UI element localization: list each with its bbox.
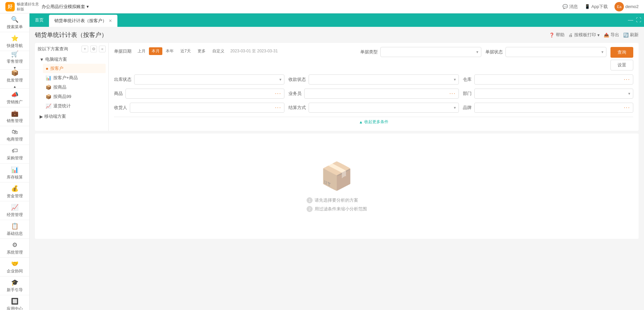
plan-add-btn[interactable]: + <box>82 46 88 52</box>
goods-dots-icon: ··· <box>275 91 281 97</box>
query-buttons: 查询 设置 <box>610 47 633 70</box>
page-title: 销货单统计计表（按客户） <box>35 31 107 39</box>
sidebar-item-sales-label: 销售管理 <box>7 118 23 124</box>
settlement-filter: 结算方式 ▾ <box>288 103 459 113</box>
warehouse-control[interactable]: ··· <box>474 74 633 85</box>
date-btn-custom[interactable]: 自定义 <box>209 47 228 55</box>
plan-item-by-goods-99[interactable]: 📦 按商品99 <box>43 92 106 101</box>
app-download-btn[interactable]: 📱 App下载 <box>585 4 608 10</box>
order-type-arrow-icon: ▾ <box>476 50 478 54</box>
sidebar-item-system[interactable]: ⚙ 系统管理 <box>0 239 29 258</box>
tab-sales-stats[interactable]: 销货单统计计表（按客户） ✕ <box>49 15 117 27</box>
mobile-section-arrow-icon: ▶ <box>40 114 43 119</box>
plan-settings-btn[interactable]: ⚙ <box>90 46 97 52</box>
tab-minimize-btn[interactable]: — <box>628 17 633 23</box>
collapse-bar[interactable]: ▲ 收起更多条件 <box>114 117 633 127</box>
plan-item-by-customer[interactable]: ● 按客户 <box>43 64 106 73</box>
sidebar-item-shortcut[interactable]: ⭐ 快捷导航 <box>0 32 29 51</box>
filter-row-4: 收货人 ··· 结算方式 ▾ <box>114 103 633 113</box>
export-btn[interactable]: 📤 导出 <box>604 32 619 38</box>
sidebar-item-wholesale[interactable]: 📦 批发管理 ▴ <box>0 70 29 89</box>
goods-control[interactable]: ··· <box>125 89 284 99</box>
order-status-control[interactable]: ▾ <box>505 47 606 57</box>
sidebar-item-newbie[interactable]: 🎓 新手引导 <box>0 276 29 295</box>
hint-num-2: 2 <box>307 206 313 212</box>
plan-collapse-btn[interactable]: « <box>99 46 106 52</box>
sidebar-item-search-label: 搜索菜单 <box>7 24 23 30</box>
out-status-control[interactable]: ▾ <box>134 74 284 85</box>
settlement-control[interactable]: ▾ <box>309 103 459 113</box>
plan-panel: 按以下方案查询 + ⚙ « ▼ 电脑端方案 <box>35 43 109 131</box>
operation-icon: 📈 <box>11 204 18 211</box>
tab-bar: 首页 销货单统计计表（按客户） ✕ — ⛶ <box>30 13 644 27</box>
top-title-dropdown[interactable]: 办公用品行业模拟账套 ▾ <box>42 4 89 10</box>
sidebar-item-inventory[interactable]: 📊 库存核算 <box>0 164 29 183</box>
date-btn-this-month[interactable]: 本月 <box>149 47 162 55</box>
query-btn[interactable]: 查询 <box>610 47 633 58</box>
date-filter-item: 单据日期 上月 本月 本年 近7天 更多 自定义 2023-03-01 至 20… <box>114 47 356 55</box>
order-type-control[interactable]: ▾ <box>380 47 481 57</box>
sidebar-item-operation[interactable]: 📈 经营管理 <box>0 201 29 220</box>
sidebar-item-wholesale-label: 批发管理 <box>7 78 23 83</box>
plan-item-by-goods[interactable]: 📦 按商品 <box>43 83 106 92</box>
plan-item-by-goods-label: 按商品 <box>53 84 66 90</box>
plan-section-desktop-label[interactable]: ▼ 电脑端方案 <box>38 55 106 64</box>
user-name: demo2 <box>625 4 639 9</box>
dept-control[interactable]: ▾ <box>474 89 633 99</box>
date-filter: 上月 本月 本年 近7天 更多 自定义 2023-03-01 至 2023-03… <box>134 47 278 55</box>
sidebar-item-retail[interactable]: 🛒 零售管理 ▾ <box>0 51 29 70</box>
message-label: 消息 <box>569 4 578 10</box>
tab-home-label: 首页 <box>35 17 44 23</box>
tab-home[interactable]: 首页 <box>30 13 49 27</box>
settings-btn[interactable]: 设置 <box>610 60 633 70</box>
brand-control[interactable]: ··· <box>474 103 633 113</box>
sidebar-item-shortcut-label: 快捷导航 <box>7 43 23 49</box>
salesperson-dots-icon: ··· <box>449 91 456 97</box>
user-area[interactable]: Ea demo2 <box>614 2 639 11</box>
avatar: Ea <box>614 2 624 11</box>
date-btn-more[interactable]: 更多 <box>194 47 209 55</box>
content-area: 首页 销货单统计计表（按客户） ✕ — ⛶ 销货单统计计表（按客户） ❓ 帮助 <box>30 13 644 310</box>
pay-status-control[interactable]: ▾ <box>309 74 459 85</box>
order-type-label: 单据类型 <box>360 49 378 55</box>
sidebar-item-apps[interactable]: 🔲 应用中心 <box>0 295 29 310</box>
sidebar-item-basic[interactable]: 📋 基础信息 <box>0 220 29 239</box>
plan-section-mobile-text: 移动端方案 <box>44 113 66 119</box>
sidebar-item-ecommerce[interactable]: 🛍 电商管理 <box>0 126 29 145</box>
main-layout: 🔍 搜索菜单 ⭐ 快捷导航 🛒 零售管理 ▾ 📦 批发管理 ▴ 📣 营销推广 💼… <box>0 13 644 310</box>
date-btn-this-year[interactable]: 本年 <box>162 47 177 55</box>
sidebar-item-finance[interactable]: 💰 资金管理 <box>0 183 29 201</box>
tab-bar-actions: — ⛶ <box>628 17 644 23</box>
help-btn[interactable]: ❓ 帮助 <box>549 32 565 38</box>
sidebar-item-search[interactable]: 🔍 搜索菜单 <box>0 13 29 32</box>
sidebar-item-purchase[interactable]: 🏷 采购管理 <box>0 145 29 164</box>
sidebar-item-purchase-label: 采购管理 <box>7 155 23 161</box>
filter-row-3: 商品 ··· 业务员 ··· <box>114 89 633 99</box>
brand-dots-icon: ··· <box>624 105 630 111</box>
order-type-filter: 单据类型 ▾ <box>360 47 481 57</box>
plan-section-mobile-label[interactable]: ▶ 移动端方案 <box>38 112 106 121</box>
date-btn-last-month[interactable]: 上月 <box>134 47 149 55</box>
plan-tree-children-desktop: ● 按客户 📊 按客户+商品 📦 按商品 <box>38 64 106 111</box>
settlement-label: 结算方式 <box>288 105 306 111</box>
plan-item-by-customer-goods[interactable]: 📊 按客户+商品 <box>43 73 106 83</box>
logo-area: 好 畅捷通好生意 标版 <box>5 2 39 11</box>
tab-maximize-btn[interactable]: ⛶ <box>636 17 641 23</box>
goods-label: 商品 <box>114 91 123 97</box>
sidebar-item-finance-label: 资金管理 <box>7 193 23 199</box>
tab-close-icon[interactable]: ✕ <box>109 18 112 23</box>
consignee-control[interactable]: ··· <box>130 103 284 113</box>
date-btn-7days[interactable]: 近7天 <box>177 47 194 55</box>
export-icon: 📤 <box>604 33 609 38</box>
sidebar-item-sales[interactable]: 💼 销售管理 <box>0 107 29 126</box>
plan-item-by-customer-label: 按客户 <box>50 65 63 71</box>
refresh-btn[interactable]: 🔄 刷新 <box>623 32 639 38</box>
print-btn[interactable]: 🖨 按模板打印 ▾ <box>569 32 600 38</box>
sidebar-item-enterprise[interactable]: 🤝 企业协同 <box>0 258 29 276</box>
sidebar-item-marketing[interactable]: 📣 营销推广 <box>0 89 29 107</box>
message-btn[interactable]: 💬 消息 <box>562 4 578 10</box>
plan-item-return-stats[interactable]: 📈 退货统计 <box>43 101 106 111</box>
consignee-label: 收货人 <box>114 105 127 111</box>
tab-sales-stats-label: 销货单统计计表（按客户） <box>54 18 107 24</box>
salesperson-control[interactable]: ··· <box>304 89 459 99</box>
